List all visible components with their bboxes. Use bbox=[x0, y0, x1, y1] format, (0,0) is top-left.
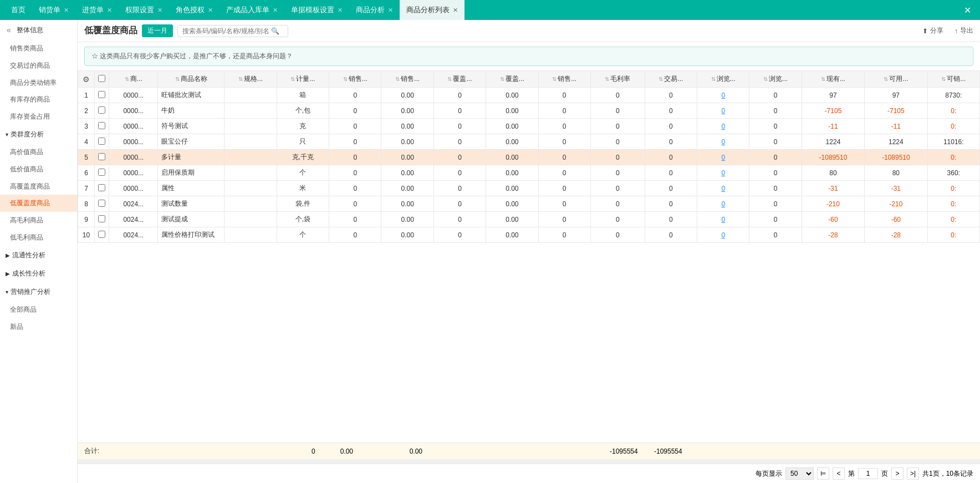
sidebar-collapse-button[interactable]: « bbox=[3, 24, 14, 35]
cell-checkbox bbox=[95, 88, 109, 103]
th-stock3[interactable]: ⇅可销... bbox=[927, 71, 979, 88]
cell-browse2: 0 bbox=[749, 150, 802, 165]
settings-icon[interactable]: ⚙ bbox=[83, 75, 90, 84]
sidebar-section-marketing-analysis[interactable]: ▾ 营销推广分析 bbox=[0, 283, 77, 301]
th-gross[interactable]: ⇅毛利率 bbox=[590, 71, 645, 88]
select-all-checkbox[interactable] bbox=[98, 75, 105, 82]
nav-sales-order[interactable]: 销货单 ✕ bbox=[32, 0, 75, 20]
cell-sales1: 0 bbox=[329, 103, 381, 119]
nav-home[interactable]: 首页 bbox=[4, 0, 32, 20]
nav-product-entry-close[interactable]: ✕ bbox=[273, 7, 278, 14]
th-sales2[interactable]: ⇅销售... bbox=[381, 71, 433, 88]
window-close-button[interactable]: ✕ bbox=[959, 2, 976, 18]
cell-cover2: 0.00 bbox=[486, 150, 538, 165]
nav-purchase-order[interactable]: 进货单 ✕ bbox=[75, 0, 119, 20]
sidebar-item-high-coverage[interactable]: 高覆盖度商品 bbox=[0, 178, 77, 195]
cell-sales2: 0.00 bbox=[381, 88, 433, 103]
cell-sales3: 0 bbox=[538, 196, 590, 212]
cell-num: 7 bbox=[78, 181, 95, 196]
cell-name: 多计量 bbox=[158, 150, 224, 165]
sidebar-item-low-coverage[interactable]: 低覆盖度商品 bbox=[0, 195, 77, 212]
share-button[interactable]: ⬆ 分享 bbox=[922, 26, 943, 35]
th-cover1[interactable]: ⇅覆盖... bbox=[433, 71, 486, 88]
export-label: 导出 bbox=[960, 26, 973, 35]
th-spec[interactable]: ⇅规格... bbox=[224, 71, 277, 88]
nav-product-entry[interactable]: 产成品入库单 ✕ bbox=[220, 0, 284, 20]
sidebar-section-flow-analysis[interactable]: ▶ 流通性分析 bbox=[0, 246, 77, 265]
sidebar-item-low-gross[interactable]: 低毛利商品 bbox=[0, 229, 77, 246]
nav-product-analysis-list[interactable]: 商品分析列表 ✕ bbox=[400, 0, 465, 20]
nav-template-settings-close[interactable]: ✕ bbox=[338, 7, 343, 14]
cell-checkbox bbox=[95, 150, 109, 165]
search-icon[interactable]: 🔍 bbox=[271, 27, 279, 35]
search-box: 🔍 bbox=[177, 25, 288, 37]
sidebar-item-all-products[interactable]: 全部商品 bbox=[0, 301, 77, 318]
info-banner: ☆ 这类商品只有很少客户购买过，是推广不够，还是商品本身问题？ bbox=[84, 47, 973, 66]
first-page-button[interactable]: ⊨ bbox=[817, 467, 829, 480]
period-button[interactable]: 近一月 bbox=[142, 24, 173, 37]
cell-code: 0000... bbox=[109, 165, 158, 181]
per-page-select[interactable]: 50 10 20 100 bbox=[785, 467, 814, 480]
cell-name: 属性 bbox=[158, 181, 224, 196]
nav-template-settings[interactable]: 单据模板设置 ✕ bbox=[284, 0, 349, 20]
th-stock1[interactable]: ⇅现有... bbox=[802, 71, 864, 88]
th-checkbox[interactable] bbox=[95, 71, 109, 88]
nav-role-auth[interactable]: 角色授权 ✕ bbox=[169, 0, 220, 20]
cell-sales3: 0 bbox=[538, 88, 590, 103]
next-page-button[interactable]: > bbox=[891, 467, 904, 480]
nav-product-analysis-close[interactable]: ✕ bbox=[388, 7, 393, 14]
nav-product-analysis[interactable]: 商品分析 ✕ bbox=[349, 0, 400, 20]
nav-role-auth-close[interactable]: ✕ bbox=[208, 7, 213, 14]
nav-permissions-close[interactable]: ✕ bbox=[157, 7, 162, 14]
nav-purchase-order-close[interactable]: ✕ bbox=[107, 7, 112, 14]
sidebar-item-traded-products[interactable]: 交易过的商品 bbox=[0, 57, 77, 74]
sidebar-item-low-value[interactable]: 低价值商品 bbox=[0, 161, 77, 178]
sidebar-item-category-rate[interactable]: 商品分类动销率 bbox=[0, 74, 77, 91]
th-settings[interactable]: ⚙ bbox=[78, 71, 95, 88]
cell-gross: 0 bbox=[590, 103, 645, 119]
last-page-button[interactable]: >| bbox=[907, 467, 919, 480]
cell-browse1: 0 bbox=[697, 103, 749, 119]
cell-browse1: 0 bbox=[697, 150, 749, 165]
cell-unit: 个 bbox=[277, 165, 329, 181]
th-name[interactable]: ⇅商品名称 bbox=[158, 71, 224, 88]
th-unit[interactable]: ⇅计量... bbox=[277, 71, 329, 88]
prev-page-button[interactable]: < bbox=[833, 467, 845, 480]
cell-unit: 袋,件 bbox=[277, 196, 329, 212]
cell-browse2: 0 bbox=[749, 165, 802, 181]
search-input[interactable] bbox=[182, 27, 271, 35]
nav-product-analysis-list-close[interactable]: ✕ bbox=[453, 7, 458, 14]
nav-permissions[interactable]: 权限设置 ✕ bbox=[119, 0, 169, 20]
cell-cover1: 0 bbox=[433, 103, 486, 119]
sidebar-item-high-gross[interactable]: 高毛利商品 bbox=[0, 212, 77, 229]
sidebar-item-new-products[interactable]: 新品 bbox=[0, 318, 77, 335]
cell-cover2: 0.00 bbox=[486, 103, 538, 119]
sidebar-item-high-value[interactable]: 高价值商品 bbox=[0, 144, 77, 161]
sidebar-item-stock-capital[interactable]: 库存资金占用 bbox=[0, 108, 77, 125]
sidebar-section-group-analysis[interactable]: ▾ 类群度分析 bbox=[0, 125, 77, 144]
th-browse1[interactable]: ⇅浏览... bbox=[697, 71, 749, 88]
cell-unit: 克 bbox=[277, 119, 329, 134]
th-browse2[interactable]: ⇅浏览... bbox=[749, 71, 802, 88]
nav-sales-order-close[interactable]: ✕ bbox=[64, 7, 69, 14]
th-code[interactable]: ⇅商... bbox=[109, 71, 158, 88]
table-container[interactable]: ⚙ ⇅商... ⇅商品名称 ⇅规格... ⇅计量... ⇅销售... ⇅销售..… bbox=[78, 70, 980, 443]
cell-trans: 0 bbox=[645, 150, 697, 165]
cell-sales2: 0.00 bbox=[381, 196, 433, 212]
cell-unit: 克,千克 bbox=[277, 150, 329, 165]
th-trans[interactable]: ⇅交易... bbox=[645, 71, 697, 88]
table-row: 90024...测试提成个,袋00.0000.0000000-60-600: bbox=[78, 212, 980, 227]
table-row: 80024...测试数量袋,件00.0000.0000000-210-2100: bbox=[78, 196, 980, 212]
sidebar-item-sales-products[interactable]: 销售类商品 bbox=[0, 40, 77, 57]
cell-spec bbox=[224, 165, 277, 181]
th-stock2[interactable]: ⇅可用... bbox=[865, 71, 927, 88]
export-button[interactable]: ↑ 导出 bbox=[955, 26, 973, 35]
sidebar-item-stock-products[interactable]: 有库存的商品 bbox=[0, 91, 77, 108]
page-input[interactable] bbox=[858, 468, 878, 479]
sidebar-section-growth-analysis[interactable]: ▶ 成长性分析 bbox=[0, 265, 77, 283]
th-sales3[interactable]: ⇅销售... bbox=[538, 71, 590, 88]
th-cover2[interactable]: ⇅覆盖... bbox=[486, 71, 538, 88]
th-sales1[interactable]: ⇅销售... bbox=[329, 71, 381, 88]
table-row: 100024...属性价格打印测试个00.0000.0000000-28-280… bbox=[78, 227, 980, 243]
content-header: 低覆盖度商品 近一月 🔍 ⬆ 分享 ↑ 导出 bbox=[78, 20, 980, 42]
